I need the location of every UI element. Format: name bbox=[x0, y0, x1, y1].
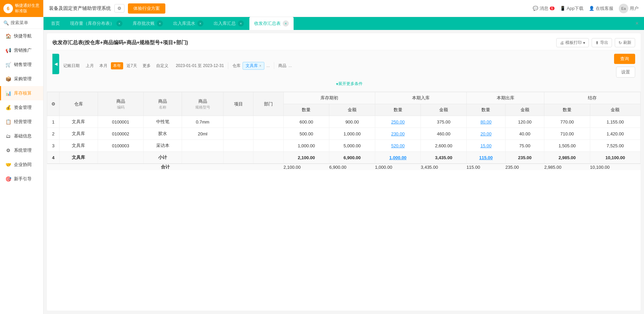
date-btn-last-month[interactable]: 上月 bbox=[84, 62, 96, 69]
warehouse-more[interactable]: ... bbox=[266, 63, 270, 68]
sidebar-item-sales[interactable]: 🛒 销售管理 bbox=[0, 57, 43, 72]
tab-recv-send-summary[interactable]: 收发存汇总表 × bbox=[249, 17, 294, 30]
tab-inout-summary[interactable]: 出入库汇总 × bbox=[209, 17, 249, 30]
tab-inventory-dist-close[interactable]: × bbox=[116, 20, 122, 27]
tab-inout-summary-close[interactable]: × bbox=[238, 20, 244, 27]
date-btn-this-month[interactable]: 本月 bbox=[97, 62, 110, 69]
message-item[interactable]: 💬 消息 6 bbox=[533, 5, 555, 12]
cell-out-qty[interactable]: 15.00 bbox=[466, 140, 505, 152]
print-button[interactable]: 🖨 模板打印 ▾ bbox=[556, 38, 589, 47]
export-icon: ⬆ bbox=[595, 40, 599, 45]
tab-inout-flow[interactable]: 出入库流水 × bbox=[168, 17, 208, 30]
topbar: 装备及固定资产辅助管理系统 ⚙ 体验行业方案 💬 消息 6 📱 App下载 👤 … bbox=[44, 0, 644, 17]
cell-goods-code: 0100003 bbox=[98, 140, 144, 152]
sidebar-item-basic[interactable]: 🗂 基础信息 bbox=[0, 129, 43, 143]
cell-out-qty[interactable]: 115.00 bbox=[466, 152, 505, 164]
cell-closing-qty: 2,985.00 bbox=[544, 152, 590, 164]
corp-icon: 🤝 bbox=[5, 162, 11, 168]
tab-recv-send-summary-close[interactable]: × bbox=[283, 20, 289, 27]
th-in-amt: 金额 bbox=[421, 104, 467, 116]
cell-seq: 2 bbox=[47, 128, 60, 140]
sidebar-item-quick[interactable]: 🏠 快捷导航 bbox=[0, 29, 43, 43]
filter-area: ◀ 记账日期 上月 本月 本年 近7天 更多 自定义 bbox=[47, 50, 641, 92]
tab-inout-flow-label: 出入库流水 bbox=[173, 20, 195, 27]
date-btn-more[interactable]: 更多 bbox=[141, 62, 153, 69]
cell-in-qty[interactable]: 250.00 bbox=[375, 116, 421, 128]
cell-in-qty[interactable]: 230.00 bbox=[375, 128, 421, 140]
expand-more-conditions[interactable]: ▾ 展开更多条件 bbox=[63, 80, 635, 88]
th-in-group: 本期入库 bbox=[375, 92, 466, 104]
cell-in-qty[interactable]: 1,000.00 bbox=[375, 152, 421, 164]
filter-content: 记账日期 上月 本月 本年 近7天 更多 自定义 2023-01-01 至 20… bbox=[59, 54, 635, 88]
goods-more[interactable]: ... bbox=[288, 63, 292, 68]
app-download-item[interactable]: 📱 App下载 bbox=[560, 5, 583, 12]
cell-closing-amt: 1,155.00 bbox=[590, 116, 640, 128]
in-qty-link-0[interactable]: 250.00 bbox=[391, 119, 405, 125]
cell-opening-amt: 5,000.00 bbox=[329, 140, 375, 152]
th-closing-qty: 数量 bbox=[544, 104, 590, 116]
warehouse-tag-close[interactable]: × bbox=[259, 64, 261, 68]
phone-icon: 📱 bbox=[560, 6, 565, 11]
date-range-display: 2023-01-01 至 2023-12-31 bbox=[176, 63, 224, 69]
export-label: 导出 bbox=[600, 40, 608, 46]
date-btn-7days[interactable]: 近7天 bbox=[125, 62, 139, 69]
export-button[interactable]: ⬆ 导出 bbox=[592, 38, 612, 47]
sidebar-item-newbie[interactable]: 🎯 新手引导 bbox=[0, 172, 43, 186]
date-btn-custom[interactable]: 自定义 bbox=[154, 62, 170, 69]
cell-goods-name: 中性笔 bbox=[144, 116, 182, 128]
subtotal-in-qty-link[interactable]: 1,000.00 bbox=[389, 155, 407, 160]
finance-icon: 💰 bbox=[5, 104, 11, 111]
cell-out-qty[interactable]: 20.00 bbox=[466, 128, 505, 140]
th-opening-qty: 数量 bbox=[283, 104, 329, 116]
tab-batch-close[interactable]: × bbox=[157, 20, 163, 27]
sidebar-item-system[interactable]: ⚙ 系统管理 bbox=[0, 143, 43, 158]
close-all-icon[interactable]: × bbox=[633, 20, 641, 26]
tab-home[interactable]: 首页 bbox=[46, 17, 65, 30]
query-button[interactable]: 查询 bbox=[614, 54, 635, 64]
tab-inout-flow-close[interactable]: × bbox=[197, 20, 203, 27]
sidebar-item-finance[interactable]: 💰 资金管理 bbox=[0, 100, 43, 115]
message-label: 消息 bbox=[540, 5, 548, 12]
tab-close-all[interactable]: × bbox=[633, 20, 641, 27]
footer-label: 合计 bbox=[47, 164, 284, 170]
table-row: 3 文具库 0100003 采访本 1,000.00 5,000.00 520.… bbox=[47, 140, 641, 152]
out-qty-link-0[interactable]: 80.00 bbox=[480, 119, 492, 125]
search-icon: 🔍 bbox=[3, 20, 9, 26]
search-menu-item[interactable]: 🔍 搜索菜单 bbox=[0, 17, 43, 29]
online-service-item[interactable]: 👤 在线客服 bbox=[589, 5, 613, 12]
collapse-button[interactable]: ◀ bbox=[52, 54, 59, 74]
out-qty-link-2[interactable]: 15.00 bbox=[480, 143, 492, 148]
date-btn-this-year[interactable]: 本年 bbox=[111, 62, 123, 69]
sidebar-item-inventory[interactable]: 📊 库存核算 bbox=[0, 86, 43, 100]
tab-inventory-dist[interactable]: 现存量（库存分布表） × bbox=[65, 17, 127, 30]
print-chevron-icon: ▾ bbox=[583, 40, 585, 45]
cell-in-qty[interactable]: 520.00 bbox=[375, 140, 421, 152]
th-out-qty: 数量 bbox=[466, 104, 505, 116]
sidebar-item-marketing[interactable]: 📢 营销推广 bbox=[0, 43, 43, 57]
subtotal-out-qty-link[interactable]: 115.00 bbox=[479, 155, 493, 160]
tab-batch[interactable]: 库存批次账 × bbox=[128, 17, 168, 30]
basic-icon: 🗂 bbox=[5, 133, 11, 139]
in-qty-link-2[interactable]: 520.00 bbox=[391, 143, 405, 148]
sidebar-menu: 🏠 快捷导航 📢 营销推广 🛒 销售管理 📦 采购管理 📊 库存核算 💰 资金管… bbox=[0, 29, 43, 314]
try-button[interactable]: 体验行业方案 bbox=[128, 3, 165, 14]
th-settings[interactable]: ⚙ bbox=[47, 92, 60, 116]
expand-label: 展开更多条件 bbox=[338, 81, 363, 87]
cell-in-amt: 375.00 bbox=[421, 116, 467, 128]
sidebar-item-purchase[interactable]: 📦 采购管理 bbox=[0, 72, 43, 86]
warehouse-filter-tag[interactable]: 文具库 × bbox=[243, 62, 264, 70]
cell-seq: 1 bbox=[47, 116, 60, 128]
cell-warehouse: 文具库 bbox=[60, 116, 98, 128]
in-qty-link-1[interactable]: 230.00 bbox=[391, 131, 405, 136]
date-filter-label: 记账日期 bbox=[63, 63, 80, 69]
sidebar-item-operations[interactable]: 📋 经营管理 bbox=[0, 115, 43, 129]
user-item[interactable]: Ea 用户 bbox=[619, 4, 639, 13]
message-badge: 6 bbox=[550, 6, 555, 10]
topbar-settings-button[interactable]: ⚙ bbox=[114, 4, 125, 13]
out-qty-link-1[interactable]: 20.00 bbox=[480, 131, 492, 136]
refresh-button[interactable]: ↻ 刷新 bbox=[615, 38, 635, 47]
filter-settings-button[interactable]: 设置 bbox=[616, 67, 635, 78]
cell-in-amt: 460.00 bbox=[421, 128, 467, 140]
sidebar-item-corp[interactable]: 🤝 企业协同 bbox=[0, 158, 43, 172]
cell-out-qty[interactable]: 80.00 bbox=[466, 116, 505, 128]
